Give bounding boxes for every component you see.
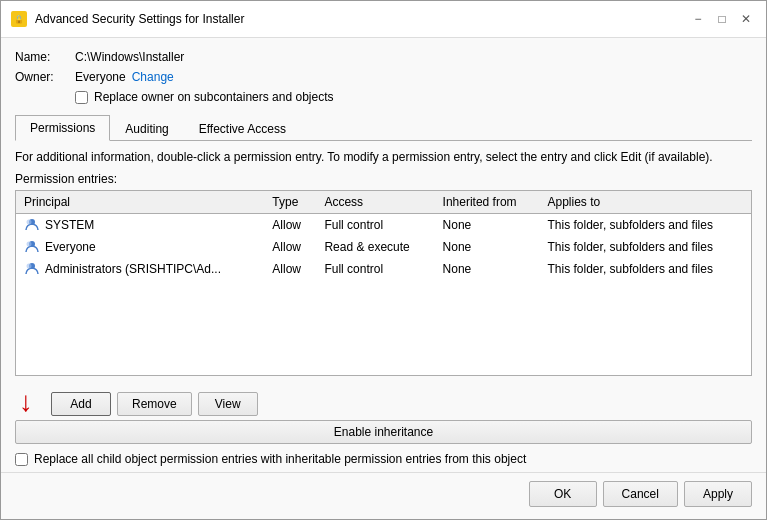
- dialog-buttons: OK Cancel Apply: [1, 472, 766, 519]
- name-value: C:\Windows\Installer: [75, 50, 184, 64]
- view-button[interactable]: View: [198, 392, 258, 416]
- window-icon: 🔒: [11, 11, 27, 27]
- close-button[interactable]: ✕: [736, 9, 756, 29]
- info-description: For additional information, double-click…: [15, 149, 752, 166]
- table-row[interactable]: SYSTEM AllowFull controlNoneThis folder,…: [16, 213, 751, 236]
- cell-inherited-from: None: [435, 213, 540, 236]
- owner-row: Owner: Everyone Change: [15, 70, 752, 84]
- col-principal: Principal: [16, 191, 264, 214]
- owner-value: Everyone: [75, 70, 126, 84]
- maximize-button[interactable]: □: [712, 9, 732, 29]
- minimize-button[interactable]: −: [688, 9, 708, 29]
- cell-applies-to: This folder, subfolders and files: [540, 236, 751, 258]
- tab-effective-access[interactable]: Effective Access: [184, 115, 301, 141]
- svg-point-3: [27, 219, 32, 224]
- owner-label: Owner:: [15, 70, 75, 84]
- cell-access: Read & execute: [316, 236, 434, 258]
- add-arrow-indicator: ↓: [19, 388, 33, 416]
- cell-type: Allow: [264, 258, 316, 280]
- svg-point-7: [27, 263, 32, 268]
- cell-inherited-from: None: [435, 258, 540, 280]
- col-applies: Applies to: [540, 191, 751, 214]
- table-row[interactable]: Everyone AllowRead & executeNoneThis fol…: [16, 236, 751, 258]
- cell-principal: Administrators (SRISHTIPC\Ad...: [16, 258, 264, 280]
- replace-all-checkbox[interactable]: [15, 453, 28, 466]
- cell-type: Allow: [264, 236, 316, 258]
- cell-type: Allow: [264, 213, 316, 236]
- replace-owner-checkbox[interactable]: [75, 91, 88, 104]
- table-row[interactable]: Administrators (SRISHTIPC\Ad... AllowFul…: [16, 258, 751, 280]
- cell-principal: Everyone: [16, 236, 264, 258]
- remove-button[interactable]: Remove: [117, 392, 192, 416]
- action-buttons: Add Remove View: [51, 392, 258, 416]
- change-owner-link[interactable]: Change: [132, 70, 174, 84]
- permission-table: Principal Type Access Inherited from App…: [16, 191, 751, 280]
- name-row: Name: C:\Windows\Installer: [15, 50, 752, 64]
- window-title: Advanced Security Settings for Installer: [35, 12, 680, 26]
- cancel-button[interactable]: Cancel: [603, 481, 678, 507]
- cell-applies-to: This folder, subfolders and files: [540, 258, 751, 280]
- tab-auditing[interactable]: Auditing: [110, 115, 183, 141]
- cell-applies-to: This folder, subfolders and files: [540, 213, 751, 236]
- cell-inherited-from: None: [435, 236, 540, 258]
- entries-label: Permission entries:: [15, 172, 752, 186]
- apply-button[interactable]: Apply: [684, 481, 752, 507]
- name-label: Name:: [15, 50, 75, 64]
- col-type: Type: [264, 191, 316, 214]
- svg-text:🔒: 🔒: [14, 14, 24, 24]
- add-button[interactable]: Add: [51, 392, 111, 416]
- tab-permissions[interactable]: Permissions: [15, 115, 110, 141]
- title-bar: 🔒 Advanced Security Settings for Install…: [1, 1, 766, 38]
- replace-owner-row: Replace owner on subcontainers and objec…: [75, 90, 752, 104]
- ok-button[interactable]: OK: [529, 481, 597, 507]
- enable-inheritance-button[interactable]: Enable inheritance: [15, 420, 752, 444]
- cell-access: Full control: [316, 258, 434, 280]
- tabs-container: Permissions Auditing Effective Access: [15, 114, 752, 141]
- cell-principal: SYSTEM: [16, 213, 264, 236]
- main-content: Name: C:\Windows\Installer Owner: Everyo…: [1, 38, 766, 472]
- col-inherited: Inherited from: [435, 191, 540, 214]
- window: 🔒 Advanced Security Settings for Install…: [0, 0, 767, 520]
- permission-table-container[interactable]: Principal Type Access Inherited from App…: [15, 190, 752, 376]
- col-access: Access: [316, 191, 434, 214]
- cell-access: Full control: [316, 213, 434, 236]
- svg-point-5: [27, 241, 32, 246]
- title-controls: − □ ✕: [688, 9, 756, 29]
- replace-all-row: Replace all child object permission entr…: [15, 452, 752, 466]
- replace-owner-label[interactable]: Replace owner on subcontainers and objec…: [94, 90, 333, 104]
- replace-all-label[interactable]: Replace all child object permission entr…: [34, 452, 526, 466]
